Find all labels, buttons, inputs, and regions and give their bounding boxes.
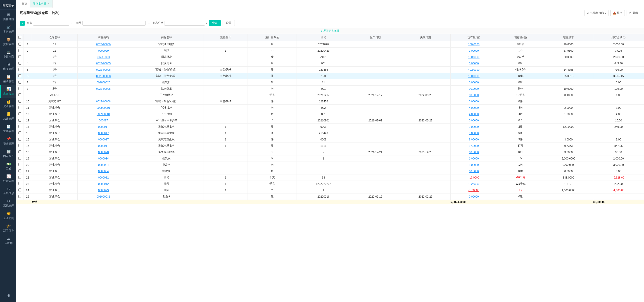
sidebar-item-资金管理[interactable]: 💰 资金管理 [0,98,16,110]
row-checkbox[interactable] [18,144,21,147]
row-checkbox-cell[interactable] [16,168,24,175]
row-checkbox[interactable] [18,119,21,122]
sidebar-logo[interactable]: 搜索菜单 [0,2,16,10]
row-checkbox[interactable] [18,138,21,141]
th-checkbox[interactable] [16,34,24,41]
row-qty-main[interactable]: 4.00000 [450,105,497,111]
row-checkbox[interactable] [18,157,21,160]
row-qty-main[interactable]: 49.60000 [450,67,497,73]
row-code[interactable]: 000900001 [78,111,130,117]
row-checkbox-cell[interactable] [16,181,24,187]
row-code[interactable]: 0000029 [78,187,130,194]
row-checkbox-cell[interactable] [16,194,24,200]
row-checkbox-cell[interactable] [16,162,24,168]
row-code[interactable]: 0000084 [78,162,130,168]
row-checkbox-cell[interactable] [16,98,24,105]
row-checkbox-cell[interactable] [16,73,24,79]
sidebar-item-经营管理[interactable]: 📈 经营管理 [0,172,16,185]
row-checkbox-cell[interactable] [16,143,24,149]
row-checkbox[interactable] [18,74,21,77]
row-qty-main[interactable]: 10.0000 [450,86,497,92]
sidebar-item-快捷导航[interactable]: ⊞ 快捷导航 [0,11,16,23]
row-code[interactable]: 0000078 [78,149,130,156]
row-qty-main[interactable]: 0.00000 [450,98,497,105]
row-checkbox-cell[interactable] [16,41,24,48]
row-qty-main[interactable]: 1.00000 [450,156,497,162]
sidebar-item-电商管理[interactable]: 🖥 电商管理 [0,61,16,73]
row-checkbox-cell[interactable] [16,86,24,92]
row-checkbox-cell[interactable] [16,60,24,67]
row-qty-main[interactable]: 87.0000 [450,143,497,149]
total-cost-info-icon[interactable]: ⓘ [623,36,626,39]
search-button[interactable]: 查询 [209,20,221,26]
row-checkbox[interactable] [18,49,21,52]
sidebar-item-批发管理[interactable]: 📦 批发管理 [0,36,16,48]
row-code[interactable]: 0023-00005 [78,60,130,67]
row-code[interactable]: 0000084 [78,168,130,175]
row-checkbox[interactable] [18,189,21,191]
filter-toggle-button[interactable]: › [20,21,25,26]
row-qty-main[interactable]: 10.0000 [450,168,497,175]
row-checkbox-cell[interactable] [16,124,24,130]
row-checkbox-cell[interactable] [16,117,24,124]
row-checkbox[interactable] [18,55,21,58]
row-code[interactable]: 000900001 [78,105,130,111]
row-qty-main[interactable]: 0.00000 [450,117,497,124]
row-code[interactable]: 0023-00005 [78,67,130,73]
row-qty-main[interactable]: 2.00000 [450,124,497,130]
row-checkbox[interactable] [18,43,21,46]
row-checkbox-cell[interactable] [16,187,24,194]
select-all-checkbox[interactable] [18,36,21,39]
row-checkbox-cell[interactable] [16,149,24,156]
sidebar-settings[interactable]: ⚙ [0,291,16,300]
row-checkbox[interactable] [18,125,21,128]
display-button[interactable]: 👁 展示 [626,10,640,16]
row-checkbox[interactable] [18,87,21,90]
product-dots-button[interactable]: ... [146,22,151,25]
row-checkbox-cell[interactable] [16,111,24,117]
row-code[interactable]: 0023-00008 [78,73,130,79]
row-code[interactable]: 000097 [78,117,130,124]
row-qty-main[interactable]: 0.00000 [450,79,497,86]
row-checkbox[interactable] [18,106,21,109]
row-qty-main[interactable]: -1.00000 [450,187,497,194]
row-code[interactable]: 0000017 [78,124,130,130]
row-code[interactable] [78,92,130,98]
row-code[interactable]: 0000084 [78,156,130,162]
row-checkbox[interactable] [18,176,21,179]
row-qty-main[interactable]: 1.00000 [450,48,497,54]
sidebar-item-库存核算[interactable]: 📊 库存核算 [0,85,16,98]
row-checkbox-cell[interactable] [16,48,24,54]
export-button[interactable]: 📤 导出 [610,10,625,16]
row-qty-main[interactable]: 3.00000 [450,136,497,143]
row-code[interactable]: 0000017 [78,143,130,149]
row-code[interactable]: 001000026 [78,79,130,86]
row-code[interactable]: 001000031 [78,194,130,200]
row-checkbox[interactable] [18,68,21,71]
row-checkbox[interactable] [18,112,21,115]
tab-inventory-batch[interactable]: 库存批次量 ✕ [30,0,53,8]
row-checkbox[interactable] [18,170,21,172]
sidebar-item-采购管理[interactable]: 📋 采购管理 [0,73,16,85]
row-code[interactable]: 0000012 [78,181,130,187]
row-qty-main[interactable]: 0.00000 [450,130,497,136]
set-button[interactable]: 设置 [222,20,235,26]
row-qty-main[interactable]: 100.0000 [450,41,497,48]
product-input[interactable] [82,21,146,26]
tab-close-button[interactable]: ✕ [48,2,50,5]
expand-more-button[interactable]: ▾ 展开更多条件 [321,29,340,33]
sidebar-item-新手引导[interactable]: 🎓 新手引导 [0,222,16,234]
row-code[interactable]: 0000029 [78,48,130,54]
row-checkbox[interactable] [18,163,21,166]
row-checkbox-cell[interactable] [16,136,24,143]
row-qty-main[interactable]: 4.00000 [450,111,497,117]
row-checkbox[interactable] [18,100,21,103]
sidebar-item-零售管理[interactable]: 🛒 零售管理 [0,23,16,36]
row-code[interactable]: 0023-00005 [78,86,130,92]
row-checkbox[interactable] [18,93,21,96]
sidebar-item-税务管理[interactable]: 📌 税务管理 [0,135,16,147]
row-code[interactable]: 0000012 [78,175,130,181]
row-checkbox-cell[interactable] [16,54,24,60]
row-qty-main[interactable]: 1.00000 [450,162,497,168]
row-checkbox[interactable] [18,131,21,134]
